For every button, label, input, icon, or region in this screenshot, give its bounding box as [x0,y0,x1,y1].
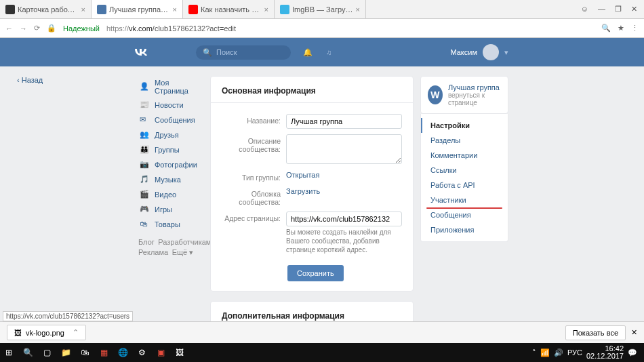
task-view-icon[interactable]: ▢ [41,346,53,359]
notifications-icon[interactable]: 🔔 [303,48,313,57]
nav-games[interactable]: 🎮Игры [138,202,201,217]
settings-icon[interactable]: ⚙ [136,346,148,359]
show-all-button[interactable]: Показать все [565,325,626,340]
photos-icon: 📷 [140,160,149,169]
photos-icon[interactable]: 🖼 [174,346,186,359]
footer-ads[interactable]: Реклама [138,248,168,256]
menu-sections[interactable]: Разделы [421,133,508,148]
save-button[interactable]: Сохранить [287,265,344,281]
store-icon[interactable]: 🛍 [79,346,91,359]
tray-lang[interactable]: РУС [567,348,582,357]
games-icon: 🎮 [140,205,149,214]
menu-icon[interactable]: ⋮ [631,24,639,33]
explorer-icon[interactable]: 📁 [60,346,72,359]
desc-input[interactable] [286,134,402,164]
profile-icon: 👤 [140,82,149,92]
nav-music[interactable]: 🎵Музыка [138,172,201,187]
search-input[interactable]: 🔍Поиск [196,45,291,60]
menu-comments[interactable]: Комментарии [421,148,508,163]
tab-3[interactable]: ImgBB — Загрузить Фо× [275,0,366,18]
close-icon[interactable]: × [264,5,268,14]
messages-icon: ✉ [140,115,149,125]
name-label: Название: [222,114,286,125]
file-icon: 🖼 [14,329,22,337]
menu-messages[interactable]: Сообщения [421,207,508,222]
nav-groups[interactable]: 👪Группы [138,142,201,157]
nav-photos[interactable]: 📷Фотографии [138,157,201,172]
music-icon[interactable]: ♫ [326,48,331,57]
chrome-icon[interactable]: 🌐 [117,346,129,359]
secure-label: Надежный [63,24,100,33]
nav-friends[interactable]: 👥Друзья [138,127,201,142]
group-header[interactable]: W Лучшая группавернуться к странице [420,76,508,114]
nav-footer: Блог Разработчикам Реклама Ещё ▾ [138,237,201,258]
tab-1[interactable]: Лучшая группа: Настро× [92,0,183,18]
back-link[interactable]: ‹ Назад [17,76,43,84]
tray-chevron-icon[interactable]: ˄ [532,348,536,357]
app-icon[interactable]: ▦ [98,346,110,359]
user-menu[interactable]: Максим▾ [450,44,508,60]
vk-header: 🔍Поиск 🔔 ♫ Максим▾ [0,38,644,66]
nav-my-page[interactable]: 👤Моя Страница [138,76,201,98]
maximize-button[interactable]: ❐ [615,5,622,14]
menu-links[interactable]: Ссылки [421,163,508,178]
browser-tabs: Карточка работы #208× Лучшая группа: Нас… [0,0,644,19]
footer-blog[interactable]: Блог [138,238,155,246]
groups-icon: 👪 [140,145,149,155]
app-icon-2[interactable]: ▣ [155,346,167,359]
close-icon[interactable]: × [81,5,85,14]
cover-upload-link[interactable]: Загрузить [286,187,320,195]
addr-input[interactable] [286,212,402,226]
menu-apps[interactable]: Приложения [421,222,508,237]
url-field[interactable]: https://vk.com/club157862132?act=edit [106,24,595,33]
close-icon[interactable]: × [356,5,360,14]
menu-api[interactable]: Работа с API [421,178,508,193]
menu-settings[interactable]: Настройки [421,118,508,133]
tab-0[interactable]: Карточка работы #208× [0,0,92,18]
group-logo: W [428,85,443,104]
group-name[interactable]: Лучшая группа [448,83,500,92]
avatar [483,44,499,60]
close-button[interactable]: ✕ [631,5,637,14]
nav-messages[interactable]: ✉Сообщения [138,113,201,127]
reload-button[interactable]: ⟳ [34,24,40,33]
close-downloads-button[interactable]: ✕ [631,328,637,337]
chevron-up-icon[interactable]: ⌃ [73,328,79,337]
minimize-button[interactable]: — [598,5,605,14]
vk-logo[interactable] [132,46,148,58]
music-icon: 🎵 [140,175,149,184]
menu-members[interactable]: Участники [421,193,508,207]
settings-menu: Настройки Разделы Комментарии Ссылки Раб… [420,114,508,242]
desc-label: Описание сообщества: [222,134,286,153]
footer-more[interactable]: Ещё ▾ [172,248,194,256]
forward-button[interactable]: → [20,24,27,33]
nav-news[interactable]: 📰Новости [138,98,201,113]
tab-2[interactable]: Как назначить админис× [183,0,275,18]
search-icon[interactable]: 🔍 [22,346,34,359]
clock-date: 02.12.2017 [586,353,624,360]
user-icon[interactable]: ☺ [581,5,588,14]
back-button[interactable]: ← [5,24,13,33]
tray-volume-icon[interactable]: 🔊 [554,348,563,357]
close-icon[interactable]: × [173,5,177,14]
group-back-link[interactable]: вернуться к странице [448,92,501,106]
type-label: Тип группы: [222,171,286,182]
addr-label: Адрес страницы: [222,212,286,222]
search-icon: 🔍 [203,48,212,57]
tray-network-icon[interactable]: 📶 [540,348,550,357]
lock-icon: 🔒 [47,24,56,33]
nav-video[interactable]: 🎬Видео [138,187,201,202]
name-input[interactable] [286,114,402,129]
star-icon[interactable]: ★ [618,24,624,33]
main-info-title: Основная информация [211,86,413,103]
friends-icon: 👥 [140,130,149,140]
nav-market[interactable]: 🛍Товары [138,217,201,232]
start-button[interactable]: ⊞ [3,346,15,359]
notifications-icon[interactable]: 💬 [628,348,637,357]
type-value[interactable]: Открытая [286,171,319,179]
download-item[interactable]: 🖼vk-logo.png⌃ [7,325,86,340]
video-icon: 🎬 [140,190,149,199]
search-icon[interactable]: 🔍 [601,24,611,33]
cover-label: Обложка сообщества: [222,187,286,206]
footer-dev[interactable]: Разработчикам [158,238,211,246]
